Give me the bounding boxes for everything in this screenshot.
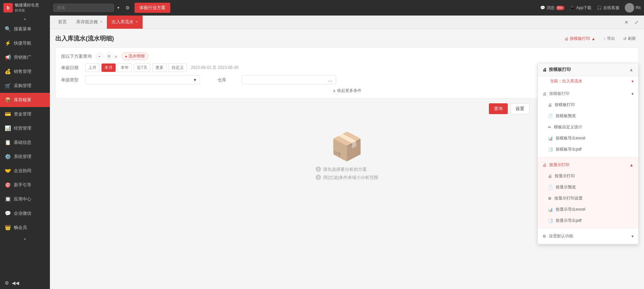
- doc-type-label: 单据类型: [61, 77, 81, 83]
- app-download-icon: 📱: [570, 5, 575, 10]
- sidebar-item-quick-nav[interactable]: ⚡ 快捷导航: [0, 36, 50, 50]
- print-item-display-preview[interactable]: 📄 按显示预览: [538, 182, 638, 193]
- sidebar-collapse-btn[interactable]: ◀◀: [12, 280, 19, 286]
- export-btn[interactable]: ↑ 导出: [601, 34, 618, 43]
- date-btn-this-year[interactable]: 本年: [118, 63, 132, 72]
- template-print-section-icon: 🖨: [543, 91, 547, 96]
- date-btn-custom[interactable]: 自定义: [169, 63, 187, 72]
- tab-close-btn[interactable]: ✕: [622, 18, 631, 26]
- filter-settings-icon-btn[interactable]: ⚙: [105, 53, 113, 60]
- print-section-defaults-header[interactable]: ⚙ 设置默认功能 ▾: [538, 231, 638, 242]
- tab-expand-btn[interactable]: ⤢: [633, 18, 641, 26]
- tab-batch-account-close[interactable]: ×: [100, 20, 102, 24]
- tab-home-label: 首页: [58, 19, 67, 25]
- filter-collapse-left-btn[interactable]: «: [115, 54, 117, 59]
- print-item-template-print[interactable]: 🖨 按模板打印: [538, 99, 638, 110]
- sidebar-item-label: 企业微信: [14, 210, 31, 216]
- date-btn-this-month[interactable]: 本月: [101, 63, 116, 72]
- sidebar-item-app-center[interactable]: 🔲 应用中心: [0, 192, 50, 206]
- scroll-up-icon[interactable]: ▲: [23, 17, 27, 21]
- print-section-template-header[interactable]: 🖨 按模板打印 ▾: [538, 88, 638, 99]
- tab-inout-flow-close[interactable]: ×: [136, 20, 138, 24]
- date-btn-last-month[interactable]: 上月: [85, 63, 99, 72]
- date-btn-last-7[interactable]: 近7天: [134, 63, 150, 72]
- app-name: 畅捷通好生意: [15, 3, 39, 8]
- filter-label: 按以下方案查询: [61, 53, 92, 59]
- sidebar-item-sales[interactable]: 💰 销售管理: [0, 64, 50, 79]
- template-custom-icon: ✏: [548, 125, 551, 130]
- app-badge: 标准版: [15, 8, 39, 13]
- empty-tip-2: 2 用[过滤]条件来缩小分析范围: [316, 175, 378, 181]
- sidebar-item-enterprise[interactable]: 🤝 企业协同: [0, 164, 50, 178]
- print-current-label: 当前：出入库流水: [550, 78, 582, 84]
- system-icon: ⚙️: [5, 154, 11, 160]
- user-profile-btn[interactable]: Rit: [625, 3, 641, 12]
- sidebar-item-guide[interactable]: 🎯 新手引导: [0, 178, 50, 192]
- sidebar-item-purchase[interactable]: 🛒 采购管理: [0, 79, 50, 93]
- sidebar-item-finance[interactable]: 💳 资金管理: [0, 107, 50, 121]
- empty-tip-1: 1 请先选择要分析的方案: [316, 166, 378, 173]
- filter-add-btn[interactable]: +: [96, 53, 103, 60]
- print-template-btn[interactable]: 🖨 按模板打印 ▲: [562, 34, 598, 43]
- finance-icon: 💳: [5, 111, 11, 117]
- print-item-display-print[interactable]: 🖨 按显示打印: [538, 170, 638, 182]
- tab-home[interactable]: 首页: [53, 16, 71, 29]
- warehouse-dropdown[interactable]: …: [242, 75, 336, 84]
- print-panel-header: 🖨 按模板打印 ▲: [538, 63, 638, 76]
- filter-actions: + ⚙ «: [96, 53, 117, 60]
- print-panel: 🖨 按模板打印 ▲ 当前：出入库流水 ▾ 🖨 按模板打印: [537, 63, 639, 244]
- refresh-btn[interactable]: ↺ 刷新: [620, 34, 639, 43]
- trial-btn[interactable]: 体验行业方案: [135, 3, 170, 13]
- sidebar-item-system[interactable]: ⚙️ 系统管理: [0, 150, 50, 164]
- empty-tips: 1 请先选择要分析的方案 2 用[过滤]条件来缩小分析范围: [316, 166, 378, 183]
- sidebar-item-label: 系统管理: [14, 154, 31, 160]
- header-search-dropdown[interactable]: ▾: [116, 4, 121, 11]
- sidebar-scroll-up[interactable]: ▲: [0, 16, 50, 22]
- print-section-display: 🖨 按显示打印 ▲ 🖨 按显示打印 📄 按显示预览 ⚙: [538, 157, 638, 229]
- page-content: 🖨 按模板打印 ▲ ↑ 导出 ↺ 刷新 出入库流水(流水明细) 按以下方案查询: [50, 29, 644, 289]
- sidebar-item-business[interactable]: 📊 经营管理: [0, 121, 50, 135]
- print-item-template-preview[interactable]: 📄 按模板预览: [538, 110, 638, 122]
- sidebar-item-inventory[interactable]: 📦 库存核算: [0, 93, 50, 107]
- display-print-icon: 🖨: [548, 174, 552, 179]
- filter-active-tag[interactable]: ● 流水明细: [121, 52, 149, 60]
- query-btn[interactable]: 查询: [489, 103, 508, 114]
- print-item-display-pdf[interactable]: 📑 按显示导出pdf: [538, 215, 638, 226]
- empty-icon: 📦: [330, 131, 364, 162]
- sidebar-item-vip[interactable]: 👑 畅会员: [0, 220, 50, 235]
- sidebar-item-marketing[interactable]: 📢 营销推广: [0, 50, 50, 64]
- print-item-display-settings[interactable]: ⚙ 按显示打印设置: [538, 193, 638, 204]
- message-badge: 99+: [556, 6, 564, 10]
- print-panel-chevron[interactable]: ▲: [629, 67, 634, 72]
- tab-inout-flow[interactable]: 出入库流水 ×: [107, 16, 142, 29]
- print-item-template-excel[interactable]: 📊 按模板导出excel: [538, 133, 638, 144]
- app-download-btn[interactable]: 📱 App下载: [570, 5, 591, 11]
- header-search-input[interactable]: [53, 4, 114, 12]
- enterprise-icon: 🤝: [5, 168, 11, 174]
- print-item-template-pdf[interactable]: 📑 按模板导出pdf: [538, 144, 638, 155]
- print-item-display-excel[interactable]: 📊 按显示导出excel: [538, 204, 638, 215]
- tab-batch-account[interactable]: 库存批次账 ×: [71, 16, 107, 29]
- print-item-template-custom[interactable]: ✏ 模板自定义设计: [538, 122, 638, 133]
- settings-btn[interactable]: 设置: [510, 103, 529, 114]
- message-btn[interactable]: 💬 消息 99+: [540, 5, 564, 11]
- sidebar-item-basic-info[interactable]: 📋 基础信息: [0, 135, 50, 150]
- sidebar: ▲ 🔍 搜索菜单 ⚡ 快捷导航 📢 营销推广 💰 销售管理 🛒 采购管理 📦 库…: [0, 16, 50, 289]
- customer-service-btn[interactable]: 🎧 在线客服: [597, 5, 619, 11]
- filter-tag-label: 流水明细: [128, 53, 145, 59]
- print-template-label: 按模板打印: [570, 36, 590, 42]
- sidebar-settings-btn[interactable]: ⚙: [5, 280, 9, 286]
- collapse-more-btn[interactable]: ∧ 收起更多条件: [333, 88, 361, 94]
- page-toolbar: 🖨 按模板打印 ▲ ↑ 导出 ↺ 刷新: [562, 34, 639, 43]
- date-btn-more[interactable]: 更多: [152, 63, 167, 72]
- sidebar-item-wechat[interactable]: 💬 企业微信: [0, 206, 50, 220]
- logo-area: b 畅捷通好生意 标准版: [3, 3, 51, 13]
- sidebar-item-label: 经营管理: [14, 125, 31, 131]
- doc-type-dropdown[interactable]: ▾: [85, 75, 200, 84]
- sidebar-scroll-down[interactable]: ▼: [0, 236, 50, 242]
- export-label: 导出: [607, 36, 615, 42]
- scroll-down-icon[interactable]: ▼: [23, 237, 27, 241]
- sidebar-item-search-menu[interactable]: 🔍 搜索菜单: [0, 22, 50, 36]
- header-gear-btn[interactable]: ⚙: [123, 4, 133, 12]
- print-section-display-header[interactable]: 🖨 按显示打印 ▲: [538, 159, 638, 170]
